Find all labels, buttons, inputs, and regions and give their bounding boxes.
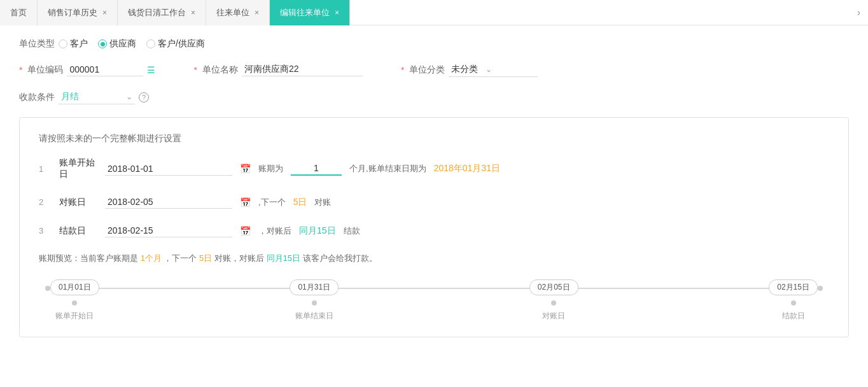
period-label-2: 对账日	[59, 197, 97, 208]
tab-partner-units[interactable]: 往来单位 ×	[206, 0, 270, 25]
timeline-dot-3	[551, 300, 556, 306]
unit-type-row: 单位类型 客户 供应商 客户/供应商	[19, 38, 849, 50]
timeline-node-4: 02月15日 结款日	[769, 279, 818, 321]
preview-label: 账期预览：当前客户账期是	[39, 253, 138, 263]
tab-expand-icon[interactable]: ›	[850, 7, 868, 18]
period-start-date-input[interactable]	[105, 162, 232, 176]
period-payment-date-input[interactable]	[105, 224, 232, 237]
radio-label-customer: 客户	[70, 38, 88, 50]
timeline-track: 01月01日 账单开始日 01月31日 账单结束日 02月05日	[50, 279, 818, 321]
preview-part3: 同月15日	[267, 253, 300, 263]
payment-terms-field: 收款条件 月结 ⌄ ?	[19, 90, 149, 104]
payment-terms-dropdown[interactable]: 月结 ⌄	[59, 90, 135, 104]
payment-terms-value: 月结	[61, 91, 123, 102]
radio-label-supplier: 供应商	[109, 38, 136, 50]
tab-home[interactable]: 首页	[0, 0, 38, 25]
unit-type-radio-group: 客户 供应商 客户/供应商	[59, 38, 205, 50]
radio-label-customer-supplier: 客户/供应商	[158, 38, 205, 50]
radio-circle-customer-supplier	[146, 39, 155, 48]
payment-terms-label: 收款条件	[19, 92, 55, 103]
timeline-label-3: 对账日	[542, 311, 565, 321]
period-desc-2-prefix: ,下一个	[258, 197, 286, 208]
preview-middle2: 对账，对账后	[214, 253, 264, 263]
timeline-left-dot	[45, 286, 50, 291]
unit-category-label: 单位分类	[409, 64, 445, 76]
timeline-right-dot	[818, 286, 823, 291]
period-num-2: 2	[39, 197, 52, 207]
unit-name-input[interactable]	[242, 63, 363, 76]
timeline-badge-2: 01月31日	[290, 279, 339, 295]
period-end-date-text: 2018年01月31日	[434, 163, 500, 174]
radio-customer[interactable]: 客户	[59, 38, 88, 50]
preview-part2: 5日	[199, 253, 212, 263]
tab-cash-clearing[interactable]: 钱货日清工作台 ×	[118, 0, 206, 25]
tab-sales-order-history[interactable]: 销售订单历史 ×	[38, 0, 118, 25]
tab-close-partner[interactable]: ×	[255, 8, 259, 17]
unit-name-label: 单位名称	[202, 64, 238, 76]
period-box-title: 请按照未来的一个完整帐期进行设置	[39, 133, 829, 144]
unit-name-field: * 单位名称	[193, 63, 362, 76]
timeline-label-1: 账单开始日	[55, 311, 94, 321]
unit-code-star: *	[19, 65, 22, 75]
timeline-right-end	[818, 279, 823, 291]
preview-part1: 1个月	[141, 253, 162, 263]
tab-close-edit-partner[interactable]: ×	[335, 8, 339, 17]
payment-terms-row: 收款条件 月结 ⌄ ?	[19, 90, 849, 104]
period-payment-cal-icon[interactable]: 📅	[240, 226, 251, 236]
main-content: 单位类型 客户 供应商 客户/供应商 * 单位编码	[0, 25, 868, 387]
timeline-nodes: 01月01日 账单开始日 01月31日 账单结束日 02月05日	[50, 279, 818, 321]
timeline-badge-1: 01月01日	[50, 279, 99, 295]
unit-category-value: 未分类	[451, 64, 478, 75]
timeline-node-3: 02月05日 对账日	[529, 279, 578, 321]
payment-terms-help-icon[interactable]: ?	[139, 92, 149, 102]
timeline-node-1: 01月01日 账单开始日	[50, 279, 99, 321]
timeline-dot-4	[791, 300, 796, 306]
unit-code-field: * 单位编码 ☰	[19, 63, 155, 76]
period-start-cal-icon[interactable]: 📅	[240, 164, 251, 174]
period-num-3: 3	[39, 226, 52, 236]
period-desc-1-suffix: 个月,账单结束日期为	[349, 163, 426, 174]
preview-suffix: 该客户会给我打款。	[303, 253, 377, 263]
period-reconcile-day-text: 5日	[293, 197, 307, 208]
timeline-dot-2	[312, 300, 317, 306]
unit-code-input[interactable]	[67, 63, 143, 76]
preview-middle1: ，下一个	[164, 253, 197, 263]
unit-code-copy-icon[interactable]: ☰	[147, 65, 155, 75]
period-desc-3-prefix: ，对账后	[258, 225, 291, 237]
period-row-3: 3 结款日 📅 ，对账后 同月15日 结款	[39, 224, 829, 237]
unit-category-arrow-icon: ⌄	[486, 65, 492, 74]
unit-category-dropdown[interactable]: 未分类 ⌄	[449, 62, 538, 77]
radio-circle-supplier	[98, 39, 107, 48]
preview-text: 账期预览：当前客户账期是 1个月 ，下一个 5日 对账，对账后 同月15日 该客…	[39, 253, 829, 264]
unit-category-star: *	[401, 65, 404, 75]
unit-category-field: * 单位分类 未分类 ⌄	[401, 62, 538, 77]
tab-bar: 首页 销售订单历史 × 钱货日清工作台 × 往来单位 × 编辑往来单位 × ›	[0, 0, 868, 25]
timeline-container: 01月01日 账单开始日 01月31日 账单结束日 02月05日	[39, 279, 829, 321]
period-months-input[interactable]	[291, 162, 342, 176]
timeline-label-4: 结款日	[782, 311, 805, 321]
tab-edit-partner[interactable]: 编辑往来单位 ×	[270, 0, 350, 25]
period-reconcile-date-input[interactable]	[105, 195, 232, 209]
radio-supplier[interactable]: 供应商	[98, 38, 136, 50]
period-num-1: 1	[39, 164, 52, 174]
period-box: 请按照未来的一个完整帐期进行设置 1 账单开始日 📅 账期为 个月,账单结束日期…	[19, 117, 849, 337]
timeline-badge-3: 02月05日	[529, 279, 578, 295]
period-reconcile-cal-icon[interactable]: 📅	[240, 197, 251, 208]
period-payment-day-text: 同月15日	[299, 225, 336, 237]
tab-close-cash[interactable]: ×	[191, 8, 195, 17]
unit-type-field: 单位类型 客户 供应商 客户/供应商	[19, 38, 205, 50]
period-desc-1-prefix: 账期为	[258, 163, 283, 174]
timeline-label-2: 账单结束日	[295, 311, 333, 321]
period-label-1: 账单开始日	[59, 157, 97, 180]
radio-customer-supplier[interactable]: 客户/供应商	[146, 38, 205, 50]
unit-code-label: 单位编码	[27, 64, 63, 76]
period-desc-3-suffix: 结款	[344, 225, 360, 237]
unit-type-label: 单位类型	[19, 38, 55, 50]
payment-terms-arrow-icon: ⌄	[126, 92, 132, 101]
timeline-dot-1	[72, 300, 77, 306]
radio-circle-customer	[59, 39, 67, 48]
period-row-2: 2 对账日 📅 ,下一个 5日 对账	[39, 195, 829, 209]
period-desc-2-suffix: 对账	[314, 197, 331, 208]
tab-close-sales[interactable]: ×	[102, 8, 107, 17]
period-row-1: 1 账单开始日 📅 账期为 个月,账单结束日期为 2018年01月31日	[39, 157, 829, 180]
